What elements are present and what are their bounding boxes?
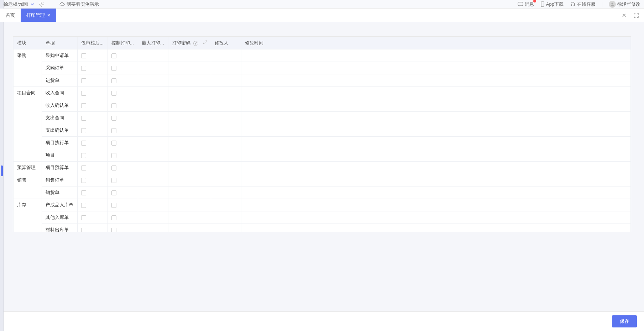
control-checkbox[interactable]: [111, 190, 116, 195]
cell-max-print: [138, 112, 168, 124]
audit-checkbox[interactable]: [81, 66, 86, 71]
online-service-label: 在线客服: [577, 1, 596, 7]
app-download-link[interactable]: App下载: [540, 1, 564, 7]
control-checkbox[interactable]: [111, 103, 116, 108]
cell-modifier: [211, 74, 241, 87]
cell-modifier: [211, 224, 241, 232]
cell-password: [168, 62, 211, 74]
cell-audit-check: [78, 62, 108, 74]
close-icon[interactable]: ✕: [47, 13, 51, 18]
cell-password: [168, 74, 211, 87]
th-modify-time: 修改时间: [241, 37, 631, 49]
gear-icon[interactable]: [39, 1, 44, 7]
cell-control-check: [108, 149, 138, 162]
cell-modify-time: [241, 49, 631, 62]
th-module: 模块: [14, 37, 42, 49]
cell-control-check: [108, 74, 138, 87]
th-document: 单据: [42, 37, 78, 49]
control-checkbox[interactable]: [111, 53, 116, 58]
edit-icon[interactable]: [203, 40, 207, 44]
audit-checkbox[interactable]: [81, 103, 86, 108]
control-checkbox[interactable]: [111, 178, 116, 183]
table-row: 材料出库单: [14, 224, 631, 232]
cell-audit-check: [78, 211, 108, 224]
tab-current-label: 打印管理: [26, 12, 45, 19]
audit-checkbox[interactable]: [81, 53, 86, 58]
cell-modify-time: [241, 174, 631, 186]
table-scroll[interactable]: 模块 单据 仅审核后... 控制打印... 最大打印... 打印密码 ? 修改: [13, 37, 631, 232]
control-checkbox[interactable]: [111, 166, 116, 170]
cell-document: 收入确认单: [42, 99, 78, 112]
cell-modifier: [211, 174, 241, 186]
control-checkbox[interactable]: [111, 203, 116, 208]
audit-checkbox[interactable]: [81, 166, 86, 170]
tab-home[interactable]: 首页: [0, 9, 21, 22]
cell-modifier: [211, 124, 241, 137]
table-row: 项目合同收入合同: [14, 87, 631, 99]
cell-max-print: [138, 199, 168, 211]
table-row: 其他入库单: [14, 211, 631, 224]
messages-link[interactable]: 消息: [518, 1, 534, 7]
audit-checkbox[interactable]: [81, 228, 86, 232]
cell-control-check: [108, 174, 138, 186]
table-row: 采购订单: [14, 62, 631, 74]
control-checkbox[interactable]: [111, 78, 116, 83]
cell-control-check: [108, 211, 138, 224]
audit-checkbox[interactable]: [81, 116, 86, 121]
online-service-link[interactable]: 在线客服: [570, 1, 596, 7]
table-row: 采购采购申请单: [14, 49, 631, 62]
audit-checkbox[interactable]: [81, 141, 86, 146]
control-checkbox[interactable]: [111, 116, 116, 121]
audit-checkbox[interactable]: [81, 153, 86, 158]
demo-link[interactable]: 我要看实例演示: [59, 1, 99, 7]
cell-max-print: [138, 224, 168, 232]
audit-checkbox[interactable]: [81, 178, 86, 183]
cell-modify-time: [241, 99, 631, 112]
cell-modify-time: [241, 112, 631, 124]
table-row: 库存产成品入库单: [14, 199, 631, 211]
control-checkbox[interactable]: [111, 66, 116, 71]
user-menu[interactable]: 徐泽华修改: [609, 1, 640, 8]
cell-max-print: [138, 99, 168, 112]
cell-control-check: [108, 124, 138, 137]
cell-modifier: [211, 137, 241, 149]
audit-checkbox[interactable]: [81, 215, 86, 220]
cell-modifier: [211, 149, 241, 162]
audit-checkbox[interactable]: [81, 203, 86, 208]
cell-document: 采购申请单: [42, 49, 78, 62]
control-checkbox[interactable]: [111, 228, 116, 232]
table-header-row: 模块 单据 仅审核后... 控制打印... 最大打印... 打印密码 ? 修改: [14, 37, 631, 49]
sidebar-expand-handle[interactable]: [1, 166, 3, 176]
audit-checkbox[interactable]: [81, 190, 86, 195]
fullscreen-button[interactable]: [632, 11, 640, 20]
user-name: 徐泽华修改: [617, 1, 640, 7]
audit-checkbox[interactable]: [81, 78, 86, 83]
control-checkbox[interactable]: [111, 91, 116, 96]
control-checkbox[interactable]: [111, 128, 116, 133]
cell-password: [168, 199, 211, 211]
control-checkbox[interactable]: [111, 141, 116, 146]
cell-document: 收入合同: [42, 87, 78, 99]
cell-module: 销售: [14, 174, 42, 199]
cell-audit-check: [78, 186, 108, 199]
cell-audit-check: [78, 199, 108, 211]
cell-audit-check: [78, 149, 108, 162]
audit-checkbox[interactable]: [81, 128, 86, 133]
cell-modify-time: [241, 224, 631, 232]
th-print-password-label: 打印密码: [172, 40, 190, 46]
audit-checkbox[interactable]: [81, 91, 86, 96]
tab-print-management[interactable]: 打印管理 ✕: [21, 9, 56, 22]
help-icon[interactable]: ?: [193, 41, 198, 46]
org-selector[interactable]: 徐老板勿删!: [4, 1, 35, 7]
control-checkbox[interactable]: [111, 153, 116, 158]
left-sidebar-collapsed[interactable]: [0, 0, 4, 239]
cell-max-print: [138, 211, 168, 224]
close-all-tabs-button[interactable]: [620, 11, 628, 20]
message-icon: [518, 2, 523, 7]
cell-max-print: [138, 149, 168, 162]
cell-document: 进货单: [42, 74, 78, 87]
control-checkbox[interactable]: [111, 215, 116, 220]
cell-document: 项目执行单: [42, 137, 78, 149]
cell-document: 其他入库单: [42, 211, 78, 224]
cell-audit-check: [78, 162, 108, 174]
